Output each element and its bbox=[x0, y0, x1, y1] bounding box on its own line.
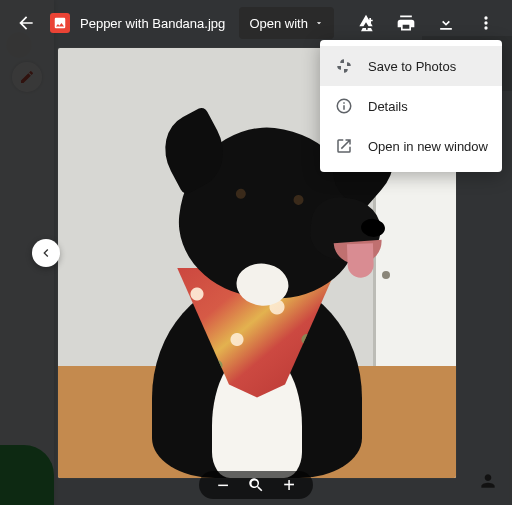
print-button[interactable] bbox=[388, 5, 424, 41]
menu-label: Save to Photos bbox=[368, 59, 456, 74]
arrow-back-icon bbox=[16, 13, 36, 33]
menu-open-new-window[interactable]: Open in new window bbox=[320, 126, 502, 166]
collapse-panel-button[interactable] bbox=[32, 239, 60, 267]
more-options-button[interactable] bbox=[468, 5, 504, 41]
menu-label: Details bbox=[368, 99, 408, 114]
caret-down-icon bbox=[314, 18, 324, 28]
google-photos-icon bbox=[334, 56, 354, 76]
print-icon bbox=[396, 13, 416, 33]
file-type-icon bbox=[50, 13, 70, 33]
zoom-out-button[interactable]: − bbox=[213, 475, 233, 495]
back-button[interactable] bbox=[8, 5, 44, 41]
open-in-new-icon bbox=[334, 136, 354, 156]
open-with-button[interactable]: Open with bbox=[239, 7, 334, 39]
add-to-drive-button[interactable] bbox=[348, 5, 384, 41]
more-vert-icon bbox=[476, 13, 496, 33]
zoom-controls: − + bbox=[199, 471, 313, 499]
menu-label: Open in new window bbox=[368, 139, 488, 154]
menu-save-to-photos[interactable]: Save to Photos bbox=[320, 46, 502, 86]
zoom-in-button[interactable]: + bbox=[279, 475, 299, 495]
zoom-reset-button[interactable] bbox=[247, 476, 265, 494]
zoom-icon bbox=[247, 476, 265, 494]
chevron-left-icon bbox=[38, 245, 54, 261]
download-button[interactable] bbox=[428, 5, 464, 41]
more-options-menu: Save to Photos Details Open in new windo… bbox=[320, 40, 502, 172]
open-with-label: Open with bbox=[249, 16, 308, 31]
menu-details[interactable]: Details bbox=[320, 86, 502, 126]
download-icon bbox=[436, 13, 456, 33]
add-to-drive-icon bbox=[356, 13, 376, 33]
image-icon bbox=[53, 16, 67, 30]
file-name: Pepper with Bandana.jpg bbox=[80, 16, 225, 31]
info-icon bbox=[334, 96, 354, 116]
